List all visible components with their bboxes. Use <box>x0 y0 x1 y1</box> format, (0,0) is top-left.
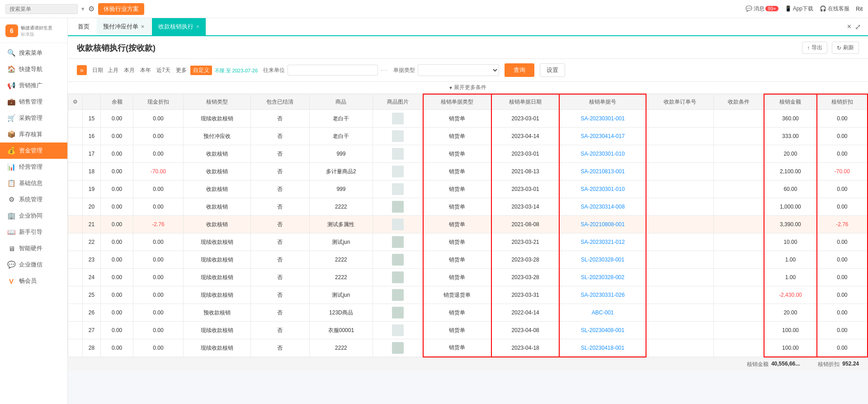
date-more[interactable]: 更多 <box>174 66 189 75</box>
doc-no-link[interactable]: SL-20230408-001 <box>581 327 624 333</box>
date-7days[interactable]: 近7天 <box>155 66 172 75</box>
td-cancel-amount: 10.00 <box>764 233 817 251</box>
th-product: 商品 <box>309 94 373 110</box>
user-label[interactable]: Rit <box>856 6 863 12</box>
td-include-settled: 否 <box>250 233 309 251</box>
td-doc-date: 2023-03-31 <box>491 286 560 304</box>
sidebar-item-enterprise[interactable]: 🏢 企业协同 <box>0 208 67 224</box>
td-doc-type: 销货退货单 <box>423 286 491 304</box>
search-icon: 🔍 <box>7 49 15 57</box>
tab-close-btn[interactable]: × <box>847 23 851 31</box>
tab-expand-btn[interactable]: ⤢ <box>855 23 861 31</box>
expand-more-btn[interactable]: ▾ 展开更多条件 <box>449 84 486 91</box>
sidebar-item-marketing[interactable]: 📢 营销推广 <box>0 77 67 94</box>
sidebar-item-quicknav[interactable]: 🏠 快捷导航 <box>0 61 67 77</box>
counterpart-input[interactable] <box>288 65 378 76</box>
td-include-settled: 否 <box>250 286 309 304</box>
th-settings[interactable]: ⚙ <box>68 94 83 110</box>
date-label: 日期 <box>92 67 103 74</box>
td-doc-date: 2023-03-01 <box>491 110 560 128</box>
sidebar-item-search[interactable]: 🔍 搜索菜单 <box>0 45 67 61</box>
table-header-row: ⚙ 余额 现金折扣 核销类型 包含已结清 商品 商品图片 核销单据类型 核销单据… <box>68 94 868 110</box>
sidebar-item-sales[interactable]: 💼 销售管理 <box>0 94 67 110</box>
logo-icon: 6 <box>5 24 18 37</box>
td-product: 测试jun <box>309 233 373 251</box>
td-receipt-order-no <box>646 286 714 304</box>
top-bar-right: 💬 消息99+ 📱 App下载 🎧 在线客服 Rit <box>745 5 863 13</box>
td-product: 老白干 <box>309 110 373 128</box>
date-custom[interactable]: 自定义 <box>190 66 212 75</box>
td-product: 2222 <box>309 198 373 216</box>
td-cancel-discount: -2.76 <box>817 216 868 233</box>
date-last-month[interactable]: 上月 <box>106 66 120 75</box>
doc-no-link[interactable]: SL-20230328-001 <box>581 257 624 263</box>
doc-no-link[interactable]: SA-20230301-001 <box>580 115 624 122</box>
export-btn[interactable]: ↑ 导出 <box>802 42 827 54</box>
td-cancel-discount: 0.00 <box>817 181 868 198</box>
sidebar-item-operations[interactable]: 📊 经营管理 <box>0 159 67 175</box>
receipt-type-select[interactable] <box>418 64 499 76</box>
th-cancel-discount: 核销折扣 <box>817 94 868 110</box>
tab-prepay[interactable]: 预付冲应付单 × <box>97 18 151 35</box>
td-doc-type: 销货单 <box>423 251 491 269</box>
doc-no-link[interactable]: ABC-001 <box>592 309 614 316</box>
td-balance: 0.00 <box>101 145 133 163</box>
sidebar-item-wechat[interactable]: 💬 企业微信 <box>0 257 67 273</box>
td-receipt-condition <box>714 198 764 216</box>
doc-no-link[interactable]: SA-20230301-010 <box>580 151 624 157</box>
tab-collection[interactable]: 收款核销执行 × <box>152 18 206 35</box>
doc-no-link[interactable]: SA-20210808-001 <box>580 221 624 228</box>
gear-icon[interactable]: ⚙ <box>88 5 94 13</box>
doc-no-link[interactable]: SA-20230314-008 <box>580 204 624 210</box>
tab-prepay-close[interactable]: × <box>141 24 144 30</box>
date-this-month[interactable]: 本月 <box>122 66 137 75</box>
table-row: 20 0.00 0.00 收款核销 否 2222 销货单 2023-03-14 … <box>68 198 868 216</box>
sidebar-item-inventory[interactable]: 📦 库存核算 <box>0 126 67 143</box>
sidebar-item-system[interactable]: ⚙ 系统管理 <box>0 191 67 208</box>
industry-btn[interactable]: 休验行业方案 <box>98 3 144 15</box>
doc-no-link[interactable]: SA-20230321-012 <box>580 239 624 245</box>
td-balance: 0.00 <box>101 233 133 251</box>
footer-total-amount: 核销金额 40,556,66... <box>747 361 800 368</box>
sidebar-item-guide[interactable]: 📖 新手引导 <box>0 224 67 240</box>
doc-no-link[interactable]: SL-20230418-001 <box>581 345 624 351</box>
td-cash-discount: 0.00 <box>133 145 184 163</box>
doc-no-link[interactable]: SA-20230301-010 <box>580 186 624 192</box>
filter-settings-btn[interactable]: 设置 <box>540 63 565 77</box>
query-btn[interactable]: 查询 <box>505 63 534 77</box>
sidebar-item-hardware[interactable]: 🖥 智能硬件 <box>0 240 67 257</box>
doc-no-link[interactable]: SA-20210813-001 <box>580 168 624 175</box>
td-cancel-type: 现续收款核销 <box>183 286 250 304</box>
message-icon[interactable]: 💬 消息99+ <box>745 5 778 13</box>
td-product-image <box>373 286 423 304</box>
sidebar-item-purchase[interactable]: 🛒 采购管理 <box>0 110 67 126</box>
sidebar-item-funds[interactable]: 💰 资金管理 <box>0 143 67 159</box>
member-icon: V <box>7 277 15 285</box>
td-receipt-order-no <box>646 216 714 233</box>
sidebar-item-basic[interactable]: 📋 基础信息 <box>0 175 67 191</box>
td-product-image <box>373 163 423 181</box>
td-product: 999 <box>309 181 373 198</box>
app-download-link[interactable]: 📱 App下载 <box>785 5 813 13</box>
td-seq: 27 <box>83 322 101 339</box>
doc-no-link[interactable]: SA-20230331-026 <box>580 292 624 298</box>
td-balance: 0.00 <box>101 198 133 216</box>
td-product-image <box>373 145 423 163</box>
refresh-btn[interactable]: ↻ 刷新 <box>832 42 859 54</box>
online-service-link[interactable]: 🎧 在线客服 <box>820 5 849 13</box>
td-checkbox <box>68 233 83 251</box>
td-balance: 0.00 <box>101 128 133 145</box>
tab-home[interactable]: 首页 <box>71 18 96 35</box>
td-cancel-type: 收款核销 <box>183 163 250 181</box>
data-table: ⚙ 余额 现金折扣 核销类型 包含已结清 商品 商品图片 核销单据类型 核销单据… <box>68 94 868 357</box>
sidebar-item-member[interactable]: V 畅会员 <box>0 273 67 289</box>
doc-no-link[interactable]: SA-20230414-017 <box>580 133 624 139</box>
doc-no-link[interactable]: SL-20230328-002 <box>581 274 624 280</box>
receipt-type-label: 单据类型 <box>393 67 415 74</box>
search-input[interactable] <box>5 4 78 14</box>
tab-collection-close[interactable]: × <box>196 24 199 30</box>
filter-toggle-btn[interactable]: » <box>77 65 87 75</box>
date-this-year[interactable]: 本年 <box>138 66 153 75</box>
cash-discount-value: 0.00 <box>153 204 163 210</box>
table-row: 17 0.00 0.00 收款核销 否 999 销货单 2023-03-01 S… <box>68 145 868 163</box>
